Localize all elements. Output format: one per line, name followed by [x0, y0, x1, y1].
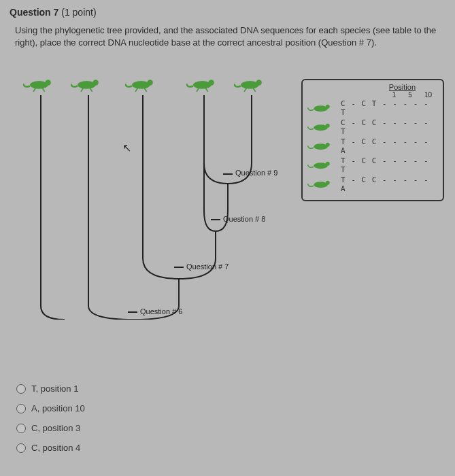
- svg-point-17: [148, 80, 153, 85]
- node-label-q6: Question # 6: [140, 307, 182, 316]
- lizard-icon: [186, 75, 220, 94]
- svg-point-13: [93, 80, 99, 85]
- lizard-icon: [307, 177, 337, 192]
- svg-line-18: [135, 88, 137, 92]
- lizard-icon: [71, 75, 105, 94]
- radio-icon[interactable]: [16, 443, 26, 453]
- node-label-q9: Question # 9: [235, 169, 277, 177]
- table-row: T - C C - - - - - A: [307, 137, 439, 156]
- svg-point-9: [46, 80, 51, 85]
- question-points: (1 point): [61, 7, 96, 18]
- lizard-icon: [23, 75, 57, 94]
- question-number: Question 7: [10, 7, 58, 18]
- svg-line-14: [81, 88, 83, 92]
- svg-line-26: [244, 88, 246, 92]
- sequence-text: T - C C - - - - - A: [341, 175, 439, 193]
- sequence-text: C - C T - - - - - T: [341, 99, 439, 117]
- svg-line-10: [33, 88, 35, 92]
- table-row: C - C C - - - - - T: [307, 118, 439, 137]
- position-num: 1: [392, 91, 397, 99]
- dna-sequence-table: Position 1 5 10 C - C T - - - - - T C - …: [301, 79, 444, 201]
- option-d[interactable]: C, position 4: [16, 443, 85, 453]
- svg-point-30: [314, 124, 328, 131]
- sequence-text: C - C C - - - - - T: [341, 118, 439, 136]
- svg-point-29: [326, 105, 330, 109]
- position-header: Position: [307, 83, 439, 91]
- option-label: C, position 4: [31, 443, 80, 453]
- tree-svg: [0, 68, 299, 320]
- lizard-icon: [234, 75, 268, 94]
- radio-icon[interactable]: [16, 424, 26, 433]
- svg-point-32: [314, 143, 328, 150]
- position-num: 10: [424, 91, 432, 99]
- svg-line-27: [253, 88, 255, 92]
- svg-point-37: [326, 181, 330, 185]
- table-row: C - C T - - - - - T: [307, 99, 439, 118]
- svg-line-11: [42, 88, 44, 92]
- table-row: T - C C - - - - - T: [307, 156, 439, 175]
- mouse-cursor-icon: ↖: [122, 141, 131, 154]
- svg-line-15: [90, 88, 92, 92]
- question-title: Question 7 (1 point): [10, 7, 445, 18]
- lizard-icon: [307, 158, 337, 173]
- answer-options: T, position 1 A, position 10 C, position…: [16, 374, 85, 462]
- lizard-icon: [307, 139, 337, 154]
- option-c[interactable]: C, position 3: [16, 423, 85, 433]
- position-num: 5: [408, 91, 412, 99]
- lizard-icon: [307, 101, 337, 116]
- position-label: Position: [389, 83, 416, 91]
- sequence-text: T - C C - - - - - A: [341, 137, 439, 155]
- svg-line-19: [144, 88, 146, 92]
- node-tick: [128, 311, 137, 313]
- option-label: A, position 10: [31, 403, 85, 413]
- svg-point-31: [326, 124, 330, 128]
- svg-point-35: [326, 162, 330, 166]
- radio-icon[interactable]: [16, 404, 26, 413]
- option-label: C, position 3: [31, 423, 80, 433]
- node-tick: [174, 267, 184, 268]
- option-label: T, position 1: [31, 384, 78, 394]
- radio-icon[interactable]: [16, 384, 26, 394]
- svg-point-34: [314, 163, 328, 169]
- svg-point-33: [326, 143, 330, 147]
- option-b[interactable]: A, position 10: [16, 403, 85, 413]
- node-tick: [211, 219, 220, 220]
- sequence-text: T - C C - - - - - T: [341, 156, 439, 174]
- option-a[interactable]: T, position 1: [16, 384, 85, 394]
- table-row: T - C C - - - - - A: [307, 175, 439, 194]
- node-label-q8: Question # 8: [223, 215, 265, 223]
- svg-point-25: [256, 80, 262, 85]
- node-label-q7: Question # 7: [186, 262, 229, 271]
- svg-line-23: [205, 88, 207, 92]
- svg-point-21: [209, 80, 214, 85]
- question-prompt: Using the phylogenetic tree provided, an…: [0, 22, 455, 54]
- svg-line-22: [197, 88, 199, 92]
- node-tick: [223, 173, 233, 175]
- position-numbers: 1 5 10: [307, 91, 439, 99]
- lizard-icon: [125, 75, 159, 94]
- svg-point-36: [314, 182, 328, 188]
- lizard-icon: [307, 120, 337, 135]
- svg-point-28: [314, 105, 328, 112]
